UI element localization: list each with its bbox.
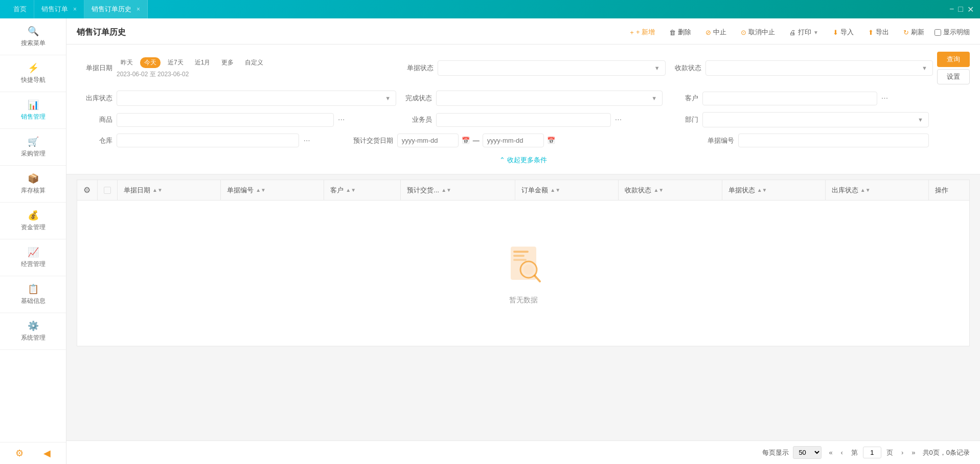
sidebar-item-system-mgmt[interactable]: ⚙️ 系统管理 (0, 313, 66, 350)
collapse-row[interactable]: ⌃ 收起更多条件 (77, 153, 970, 167)
amount-sort-icon: ▲▼ (550, 188, 560, 193)
doc-status-arrow: ▼ (654, 65, 660, 71)
dept-label: 部门 (663, 115, 698, 124)
new-label: + 新增 (636, 28, 655, 37)
tab-sales-order-history-close[interactable]: × (136, 6, 140, 13)
sidebar-item-sales-mgmt-label: 销售管理 (21, 113, 45, 121)
customer-input[interactable] (702, 92, 877, 105)
table-body: 暂无数据 (77, 201, 970, 346)
tab-home[interactable]: 首页 (6, 0, 34, 18)
print-button[interactable]: 🖨 打印 ▼ (785, 26, 823, 39)
data-table: ⚙ 单据日期 ▲▼ 单据编号 (77, 180, 970, 346)
cancel-stop-button[interactable]: ⊙ 取消中止 (737, 26, 779, 39)
page-size-select[interactable]: 50 10 20 100 (793, 446, 822, 459)
empty-text: 暂无数据 (509, 296, 538, 305)
tab-sales-order[interactable]: 销售订单 × (34, 0, 84, 18)
select-all-checkbox[interactable] (104, 187, 111, 194)
sidebar-item-base-info[interactable]: 📋 基础信息 (0, 276, 66, 313)
sidebar-item-operation[interactable]: 📈 经营管理 (0, 239, 66, 276)
table-settings-icon[interactable]: ⚙ (83, 186, 90, 194)
sidebar-item-inventory[interactable]: 📦 库存核算 (0, 166, 66, 203)
filter-doc-status: 单据状态 ▼ (398, 60, 665, 76)
date-range-text: 2023-06-02 至 2023-06-02 (117, 70, 189, 79)
amount-sort[interactable]: 订单金额 ▲▼ (521, 186, 612, 195)
salesperson-dots[interactable]: ··· (615, 115, 622, 124)
salesperson-input[interactable] (436, 113, 611, 127)
print-icon: 🖨 (789, 29, 796, 36)
display-toggle[interactable]: 显示明细 (935, 28, 970, 37)
stop-button[interactable]: ⊘ 中止 (701, 26, 731, 39)
warehouse-input[interactable] (117, 134, 299, 147)
date-today[interactable]: 今天 (140, 57, 161, 68)
out-status-sort[interactable]: 出库状态 ▲▼ (832, 186, 922, 195)
minimize-icon[interactable]: − (949, 5, 954, 14)
date-7days[interactable]: 近7天 (164, 57, 188, 68)
sales-mgmt-icon: 📊 (28, 99, 39, 111)
tab-sales-order-close[interactable]: × (73, 6, 77, 13)
complete-status-select[interactable]: ▼ (436, 91, 663, 106)
receipt-status-sort[interactable]: 收款状态 ▲▼ (625, 186, 715, 195)
stop-icon: ⊘ (705, 29, 711, 36)
next-page-btn[interactable]: › (898, 448, 906, 457)
sidebar-item-quick-nav[interactable]: ⚡ 快捷导航 (0, 55, 66, 92)
page-number-input[interactable] (863, 447, 881, 458)
cal-to-icon[interactable]: 📅 (547, 137, 555, 144)
date-1month[interactable]: 近1月 (191, 57, 215, 68)
date-yesterday[interactable]: 昨天 (117, 57, 137, 68)
doc-status-select[interactable]: ▼ (438, 60, 665, 76)
filter-row-2: 出库状态 ▼ 完成状态 ▼ 客户 ··· (77, 91, 970, 106)
empty-svg (498, 241, 549, 288)
top-bar: 首页 销售订单 × 销售订单历史 × − □ ✕ (0, 0, 980, 18)
delivery-sort[interactable]: 预计交货... ▲▼ (407, 186, 509, 195)
date-col-label: 单据日期 (124, 186, 150, 195)
customer-dots[interactable]: ··· (881, 94, 888, 103)
sidebar-item-purchase-mgmt[interactable]: 🛒 采购管理 (0, 129, 66, 166)
sidebar-bottom: ⚙ ◀ (0, 442, 66, 464)
close-icon[interactable]: ✕ (967, 5, 974, 14)
product-dots[interactable]: ··· (338, 115, 345, 124)
new-button[interactable]: + + 新增 (626, 26, 659, 39)
prev-page-btn[interactable]: ‹ (838, 448, 846, 457)
query-button[interactable]: 查询 (937, 52, 970, 67)
export-button[interactable]: ⬆ 导出 (864, 26, 893, 39)
display-label: 显示明细 (943, 28, 970, 37)
cal-from-icon[interactable]: 📅 (462, 137, 470, 144)
sidebar-collapse-icon[interactable]: ◀ (43, 448, 51, 459)
warehouse-dots[interactable]: ··· (303, 136, 310, 145)
out-status-sort-icon: ▲▼ (860, 188, 871, 193)
first-page-btn[interactable]: « (826, 448, 835, 457)
import-button[interactable]: ⬇ 导入 (829, 26, 858, 39)
doc-status-sort[interactable]: 单据状态 ▲▼ (728, 186, 819, 195)
outbound-status-select[interactable]: ▼ (117, 91, 396, 106)
customer-sort[interactable]: 客户 ▲▼ (330, 186, 394, 195)
dept-select[interactable]: ▼ (702, 112, 929, 127)
date-more[interactable]: 更多 (217, 57, 238, 68)
last-page-btn[interactable]: » (908, 448, 918, 457)
delete-button[interactable]: 🗑 删除 (665, 26, 695, 39)
sidebar-item-purchase-mgmt-label: 采购管理 (21, 149, 45, 158)
refresh-button[interactable]: ↻ 刷新 (899, 26, 928, 39)
display-checkbox[interactable] (935, 29, 941, 36)
product-input[interactable] (117, 113, 334, 127)
sidebar-settings-icon[interactable]: ⚙ (15, 448, 24, 459)
tab-sales-order-history[interactable]: 销售订单历史 × (84, 0, 148, 18)
purchase-mgmt-icon: 🛒 (28, 136, 39, 147)
date-sort[interactable]: 单据日期 ▲▼ (124, 186, 214, 195)
customer-sort-icon: ▲▼ (346, 188, 356, 193)
set-button[interactable]: 设置 (937, 69, 970, 84)
system-mgmt-icon: ⚙️ (28, 320, 39, 332)
sidebar-item-search-menu[interactable]: 🔍 搜索菜单 (0, 18, 66, 55)
sidebar-item-finance[interactable]: 💰 资金管理 (0, 203, 66, 239)
maximize-icon[interactable]: □ (958, 5, 963, 14)
date-custom[interactable]: 自定义 (241, 57, 267, 68)
order-no-input[interactable] (738, 134, 929, 147)
no-sort[interactable]: 单据编号 ▲▼ (227, 186, 317, 195)
receipt-status-select[interactable]: ▼ (705, 60, 933, 76)
filter-buttons: 查询 设置 (937, 52, 970, 84)
export-icon: ⬆ (868, 29, 874, 36)
receipt-status-label: 收款状态 (666, 63, 701, 73)
sidebar-item-sales-mgmt[interactable]: 📊 销售管理 (0, 92, 66, 129)
filter-warehouse: 仓库 ··· (77, 134, 353, 147)
delivery-date-from[interactable] (397, 134, 459, 147)
delivery-date-to[interactable] (483, 134, 544, 147)
